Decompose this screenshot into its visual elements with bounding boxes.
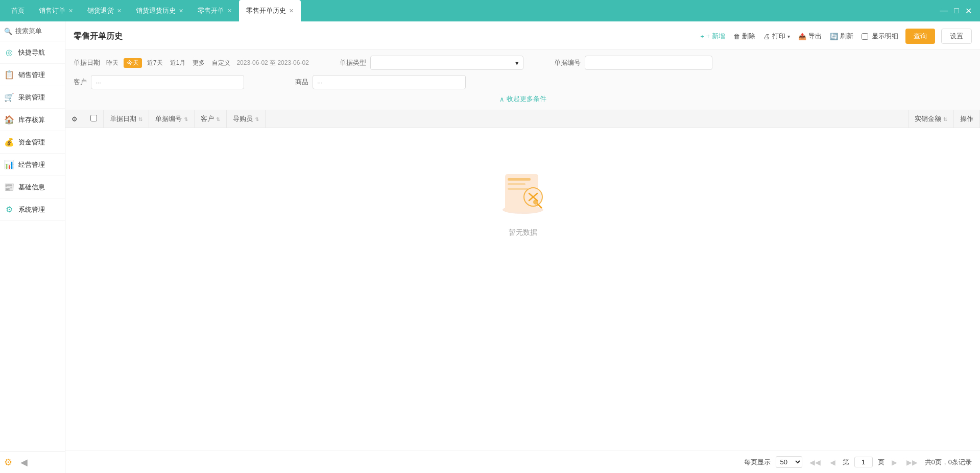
empty-state: 暂无数据: [65, 128, 980, 268]
sidebar-item-finance[interactable]: 💰 资金管理: [0, 131, 65, 154]
sidebar-item-sales-mgmt[interactable]: 📋 销售管理: [0, 64, 65, 86]
col-spacer: [266, 110, 909, 128]
last-page-btn[interactable]: ▶▶: [904, 457, 920, 467]
sidebar-collapse-btn[interactable]: ◀: [20, 457, 28, 468]
finance-icon: 💰: [4, 137, 14, 147]
col-order-no-sort[interactable]: 单据编号 ⇅: [155, 114, 188, 123]
sidebar-item-purchase-mgmt[interactable]: 🛒 采购管理: [0, 86, 65, 109]
filter-order-no: 单据编号: [554, 56, 712, 70]
tab-sales-order-close[interactable]: ✕: [68, 8, 73, 14]
delete-button[interactable]: 🗑 删除: [732, 30, 756, 43]
prev-page-btn[interactable]: ◀: [828, 457, 838, 467]
collapse-more-btn[interactable]: ∧ 收起更多条件: [74, 94, 972, 104]
customer-input[interactable]: ···: [91, 75, 244, 89]
operation-icon: 📊: [4, 160, 14, 169]
col-amount-sort[interactable]: 实销金额 ⇅: [915, 114, 947, 123]
display-detail-button[interactable]: 显示明细: [861, 30, 899, 43]
query-button[interactable]: 查询: [905, 29, 935, 44]
settings-button[interactable]: 设置: [941, 29, 972, 44]
sidebar-item-inventory[interactable]: 🏠 库存核算: [0, 109, 65, 131]
next-page-btn[interactable]: ▶: [890, 457, 899, 467]
tab-home[interactable]: 首页: [4, 0, 32, 21]
window-controls: — □ ✕: [940, 6, 976, 16]
page-label-end: 页: [878, 458, 885, 467]
sidebar-item-basic-info[interactable]: 📰 基础信息: [0, 176, 65, 198]
toolbar: + + 新增 🗑 删除 🖨 打印 ▾ 📤 导出 🔄: [699, 29, 972, 44]
export-button[interactable]: 📤 导出: [797, 30, 823, 43]
table-container[interactable]: ⚙ 单据日期 ⇅: [65, 110, 980, 451]
tab-retail-open-close[interactable]: ✕: [227, 8, 232, 14]
date-btn-custom[interactable]: 自定义: [210, 58, 232, 68]
date-btn-today[interactable]: 今天: [124, 58, 142, 68]
minimize-btn[interactable]: —: [940, 6, 948, 16]
filter-order-type: 单据类型 ▾: [340, 56, 523, 70]
col-customer-sort[interactable]: 客户 ⇅: [201, 114, 220, 123]
order-type-select[interactable]: ▾: [370, 56, 523, 70]
col-salesperson-sort-icon: ⇅: [255, 116, 259, 122]
tab-retail-open-history-close[interactable]: ✕: [289, 8, 294, 14]
product-input[interactable]: ···: [313, 75, 466, 89]
date-btn-more[interactable]: 更多: [190, 58, 207, 68]
sidebar-search[interactable]: 🔍 搜索菜单: [0, 21, 65, 41]
content-body: ⚙ 单据日期 ⇅: [65, 110, 980, 473]
date-btn-7days[interactable]: 近7天: [145, 58, 165, 68]
sidebar-item-operation[interactable]: 📊 经营管理: [0, 154, 65, 176]
tab-sales-return-close[interactable]: ✕: [117, 8, 122, 14]
export-icon: 📤: [798, 33, 806, 40]
basic-info-icon: 📰: [4, 182, 14, 192]
date-range-display: 2023-06-02 至 2023-06-02: [236, 59, 308, 67]
close-btn[interactable]: ✕: [965, 6, 972, 16]
date-shortcuts: 昨天 今天 近7天 近1月 更多 自定义: [104, 58, 232, 68]
tab-sales-order[interactable]: 销售订单 ✕: [32, 0, 80, 21]
page-title: 零售开单历史: [74, 31, 123, 42]
col-order-no: 单据编号 ⇅: [149, 110, 195, 128]
first-page-btn[interactable]: ◀◀: [807, 457, 823, 467]
delete-icon: 🗑: [733, 33, 740, 40]
col-amount: 实销金额 ⇅: [909, 110, 954, 128]
pagination-bar: 每页显示 50 10 20 100 ◀◀ ◀ 第 页 ▶ ▶▶ 共0页，0条记录: [65, 451, 980, 473]
svg-rect-4: [508, 188, 528, 190]
data-table: ⚙ 单据日期 ⇅: [65, 110, 980, 128]
print-dropdown-icon: ▾: [787, 34, 790, 39]
select-all-checkbox[interactable]: [90, 115, 97, 121]
col-date-sort-icon: ⇅: [138, 116, 142, 122]
display-detail-checkbox[interactable]: [862, 33, 868, 40]
col-salesperson-sort[interactable]: 导购员 ⇅: [233, 114, 259, 123]
page-header: 零售开单历史 + + 新增 🗑 删除 🖨 打印 ▾ 📤 导出: [65, 21, 980, 49]
table-header: ⚙ 单据日期 ⇅: [65, 110, 980, 128]
per-page-select[interactable]: 50 10 20 100: [776, 456, 802, 468]
filter-row-1: 单据日期 昨天 今天 近7天 近1月 更多 自定义 2023-06-02 至 2…: [74, 56, 972, 70]
date-btn-1month[interactable]: 近1月: [168, 58, 188, 68]
date-btn-yesterday[interactable]: 昨天: [104, 58, 121, 68]
col-date-sort[interactable]: 单据日期 ⇅: [110, 114, 142, 123]
sales-icon: 📋: [4, 70, 14, 80]
refresh-button[interactable]: 🔄 刷新: [829, 30, 854, 43]
col-customer-sort-icon: ⇅: [216, 116, 220, 122]
tab-sales-return-history[interactable]: 销货退货历史 ✕: [129, 0, 190, 21]
table-settings-icon[interactable]: ⚙: [71, 115, 78, 123]
maximize-btn[interactable]: □: [954, 6, 959, 16]
tab-sales-return-history-close[interactable]: ✕: [179, 8, 183, 14]
tab-retail-open[interactable]: 零售开单 ✕: [190, 0, 239, 21]
tab-sales-return[interactable]: 销货退货 ✕: [80, 0, 129, 21]
page-input[interactable]: [854, 457, 873, 467]
filter-row-2: 客户 ··· 商品 ···: [74, 75, 972, 89]
sidebar-item-quick-nav[interactable]: ◎ 快捷导航: [0, 41, 65, 64]
svg-rect-3: [508, 183, 525, 185]
order-no-input[interactable]: [585, 56, 712, 70]
col-settings[interactable]: ⚙: [65, 110, 84, 128]
order-type-dropdown-icon: ▾: [515, 59, 519, 67]
sidebar-item-system-mgmt[interactable]: ⚙ 系统管理: [0, 198, 65, 221]
col-salesperson: 导购员 ⇅: [227, 110, 266, 128]
col-customer: 客户 ⇅: [195, 110, 227, 128]
quick-nav-icon: ◎: [4, 47, 14, 57]
print-button[interactable]: 🖨 打印 ▾: [762, 30, 791, 43]
tab-retail-open-history[interactable]: 零售开单历史 ✕: [239, 0, 301, 21]
col-checkbox: [84, 110, 104, 128]
sidebar: 🔍 搜索菜单 ◎ 快捷导航 📋 销售管理 🛒 采购管理 🏠 库存核算 💰 资金管…: [0, 21, 65, 473]
svg-rect-2: [508, 178, 531, 181]
empty-icon: [492, 159, 554, 220]
add-button[interactable]: + + 新增: [699, 30, 726, 43]
search-icon: 🔍: [4, 28, 12, 35]
sidebar-settings-btn[interactable]: ⚙: [4, 457, 12, 468]
